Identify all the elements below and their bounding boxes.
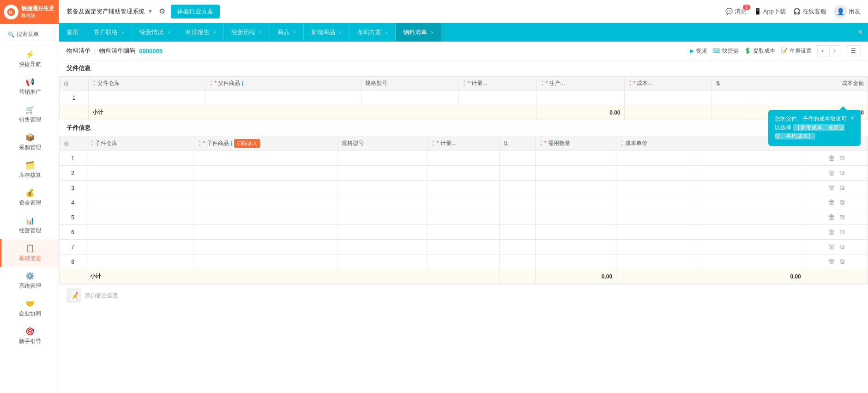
product-info-icon[interactable]: ℹ xyxy=(241,80,244,87)
tab-business[interactable]: 经营情况 × xyxy=(132,23,178,42)
child-warehouse-cell-8[interactable] xyxy=(86,254,194,269)
trial-button[interactable]: 体验行业方案 xyxy=(171,5,220,18)
child-qty-cell-2[interactable] xyxy=(536,166,616,181)
copy-row-5-button[interactable]: ⧉ xyxy=(838,212,846,222)
copy-row-8-button[interactable]: ⧉ xyxy=(838,257,846,266)
delete-row-2-button[interactable]: 🗑 xyxy=(826,168,837,177)
delete-row-8-button[interactable]: 🗑 xyxy=(826,257,837,266)
tab-bom-close[interactable]: × xyxy=(431,30,434,35)
child-product-cell-7[interactable] xyxy=(194,240,338,254)
child-spec-cell-6[interactable] xyxy=(338,225,428,240)
view-action[interactable]: ▶ 视频 xyxy=(690,47,707,55)
child-unit-cost-cell-6[interactable] xyxy=(616,225,697,240)
child-warehouse-cell-2[interactable] xyxy=(86,166,194,181)
child-product-info-icon[interactable]: ℹ xyxy=(230,140,233,147)
child-product-cell-4[interactable] xyxy=(194,195,338,210)
copy-row-6-button[interactable]: ⧉ xyxy=(838,227,846,237)
copy-row-7-button[interactable]: ⧉ xyxy=(838,242,846,252)
child-warehouse-cell-1[interactable] xyxy=(86,151,194,166)
tooltip-close-button[interactable]: × xyxy=(850,115,854,121)
copy-row-2-button[interactable]: ⧉ xyxy=(838,168,846,178)
sidebar-item-guide[interactable]: 🎯 新手引导 xyxy=(0,322,59,350)
parent-col-settings[interactable]: ⚙ xyxy=(60,77,89,91)
copy-row-4-button[interactable]: ⧉ xyxy=(838,198,846,207)
child-spec-cell-2[interactable] xyxy=(338,166,428,181)
sidebar-item-enterprise[interactable]: 🤝 企业协同 xyxy=(0,295,59,322)
child-unit-cost-cell-8[interactable] xyxy=(616,254,697,269)
child-warehouse-cell-3[interactable] xyxy=(86,181,194,195)
child-qty-cell-6[interactable] xyxy=(536,225,616,240)
child-unit-cell-1[interactable] xyxy=(428,151,500,166)
child-product-cell-8[interactable] xyxy=(194,254,338,269)
tab-business-close[interactable]: × xyxy=(167,30,170,35)
child-product-cell-1[interactable] xyxy=(194,151,338,166)
child-warehouse-cell-4[interactable] xyxy=(86,195,194,210)
child-product-cell-3[interactable] xyxy=(194,181,338,195)
child-unit-cell-2[interactable] xyxy=(428,166,500,181)
child-table-settings-icon[interactable]: ⚙ xyxy=(63,140,69,147)
sidebar-item-marketing[interactable]: 📢 营销推广 xyxy=(0,73,59,101)
parent-prod-cell[interactable] xyxy=(536,91,624,105)
child-warehouse-cell-7[interactable] xyxy=(86,240,194,254)
sidebar-item-system[interactable]: ⚙️ 系统管理 xyxy=(0,267,59,295)
prev-record-button[interactable]: ‹ xyxy=(817,45,828,56)
tab-profit[interactable]: 利润报告 × xyxy=(178,23,224,42)
child-spec-cell-3[interactable] xyxy=(338,181,428,195)
child-spec-cell-4[interactable] xyxy=(338,195,428,210)
close-all-tabs-button[interactable]: × xyxy=(853,28,868,36)
delete-row-3-button[interactable]: 🗑 xyxy=(826,183,837,192)
next-record-button[interactable]: › xyxy=(829,45,840,56)
copy-row-1-button[interactable]: ⧉ xyxy=(838,153,846,163)
scan-badge[interactable]: 扫码录入 xyxy=(234,139,260,148)
child-col-settings[interactable]: ⚙ xyxy=(60,136,86,151)
child-warehouse-cell-6[interactable] xyxy=(86,225,194,240)
sidebar-item-purchase[interactable]: 📦 采购管理 xyxy=(0,128,59,156)
sidebar-item-basic-info[interactable]: 📋 基础信息 xyxy=(0,239,59,267)
child-qty-cell-1[interactable] xyxy=(536,151,616,166)
parent-table-settings-icon[interactable]: ⚙ xyxy=(63,80,69,87)
sidebar-item-quick-nav[interactable]: ⚡ 快捷导航 xyxy=(0,45,59,73)
parent-spec-cell[interactable] xyxy=(361,91,458,105)
app-download-button[interactable]: 📱 App下载 xyxy=(754,7,786,16)
cost-action[interactable]: 💲 提取成本 xyxy=(744,47,775,55)
tab-goods[interactable]: 商品 × xyxy=(270,23,304,42)
child-unit-cost-cell-5[interactable] xyxy=(616,210,697,225)
child-spec-cell-5[interactable] xyxy=(338,210,428,225)
child-unit-cell-6[interactable] xyxy=(428,225,500,240)
child-product-cell-2[interactable] xyxy=(194,166,338,181)
child-unit-cell-8[interactable] xyxy=(428,254,500,269)
search-menu-button[interactable]: 🔍 搜索菜单 xyxy=(4,28,55,41)
list-view-button[interactable]: ☰ xyxy=(846,45,861,56)
user-button[interactable]: 👤 用友 xyxy=(834,5,861,18)
tab-customer-close[interactable]: × xyxy=(121,30,124,35)
child-unit-cost-cell-1[interactable] xyxy=(616,151,697,166)
child-spec-cell-8[interactable] xyxy=(338,254,428,269)
child-unit-cell-3[interactable] xyxy=(428,181,500,195)
child-unit-cell-7[interactable] xyxy=(428,240,500,254)
sidebar-item-operation[interactable]: 📊 经营管理 xyxy=(0,212,59,239)
setting-action[interactable]: 📝 单据设置 xyxy=(781,47,812,55)
tab-history[interactable]: 经营历程 × xyxy=(224,23,270,42)
shortcut-action[interactable]: ⌨ 快捷键 xyxy=(712,47,739,55)
tab-barcode[interactable]: 条码方案 × xyxy=(350,23,396,42)
delete-row-1-button[interactable]: 🗑 xyxy=(826,153,837,163)
child-product-cell-5[interactable] xyxy=(194,210,338,225)
child-warehouse-cell-5[interactable] xyxy=(86,210,194,225)
child-spec-cell-7[interactable] xyxy=(338,240,428,254)
parent-unit-cell[interactable] xyxy=(458,91,536,105)
settings-gear-icon[interactable]: ⚙ xyxy=(159,7,165,16)
delete-row-5-button[interactable]: 🗑 xyxy=(826,212,837,222)
tab-goods-close[interactable]: × xyxy=(293,30,296,35)
child-qty-cell-7[interactable] xyxy=(536,240,616,254)
tab-history-close[interactable]: × xyxy=(259,30,262,35)
child-qty-cell-8[interactable] xyxy=(536,254,616,269)
child-spec-cell-1[interactable] xyxy=(338,151,428,166)
child-unit-cell-4[interactable] xyxy=(428,195,500,210)
tab-home[interactable]: 首页 xyxy=(59,23,86,42)
child-qty-cell-4[interactable] xyxy=(536,195,616,210)
sidebar-item-finance[interactable]: 💰 资金管理 xyxy=(0,184,59,212)
add-note-button[interactable]: 📝 xyxy=(66,288,81,303)
online-service-button[interactable]: 🎧 在线客服 xyxy=(793,7,826,16)
system-dropdown-icon[interactable]: ▼ xyxy=(147,8,153,15)
tab-bom[interactable]: 物料清单 × xyxy=(396,23,441,42)
